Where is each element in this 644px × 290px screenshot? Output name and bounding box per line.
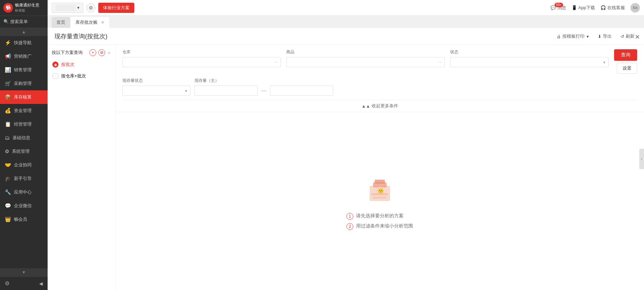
inventory-icon: 📦 (5, 94, 11, 100)
warehouse-label: 仓库 (122, 49, 281, 55)
sidebar-item-finance[interactable]: 💰 资金管理 (0, 104, 48, 117)
page-title: 现存量查询(按批次) (54, 32, 107, 40)
user-avatar[interactable]: Rit (630, 3, 640, 13)
footer-settings-icon[interactable]: ⚙ (5, 280, 10, 287)
dropdown-chevron-icon: ▾ (77, 5, 80, 10)
tab-batch-account[interactable]: 库存批次账 ✕ (71, 17, 109, 28)
scheme-dot: ○ (52, 73, 58, 79)
status-select[interactable]: ▾ (450, 57, 609, 67)
content-area: 按以下方案查询 + ⚙ « ◉ 按批次 ○ 按仓库+批次 (48, 44, 644, 290)
experience-btn[interactable]: 体验行业方案 (98, 3, 134, 13)
filter-top-row: 仓库 ··· 商品 ··· (122, 49, 637, 74)
right-expand-btn[interactable]: › (639, 149, 644, 169)
status-filter-col: 状态 ▾ (450, 49, 609, 74)
warehouse-more-btn[interactable]: ··· (275, 60, 278, 64)
inventory-qty-min-input[interactable] (194, 86, 258, 96)
sidebar-item-operation[interactable]: 📋 经营管理 (0, 117, 48, 131)
sidebar-item-inventory[interactable]: 📦 库存核算 (0, 90, 48, 104)
enterprise-icon: 🤝 (5, 162, 11, 168)
purchase-icon: 🛒 (5, 80, 11, 87)
product-filter-col: 商品 ··· (286, 49, 445, 74)
refresh-btn[interactable]: ↺ 刷新 (618, 32, 637, 41)
panel-collapse-btn[interactable]: « (107, 49, 111, 56)
inventory-qty-max-input[interactable] (270, 86, 333, 96)
marketing-icon: 📢 (5, 53, 11, 59)
online-service-btn[interactable]: 🎧 在线客服 (600, 5, 625, 11)
sidebar-item-basic[interactable]: 🗂 基础信息 (0, 131, 48, 145)
warehouse-text-input[interactable] (125, 60, 273, 65)
scheme-settings-icon: ⚙ (100, 50, 104, 55)
svg-rect-6 (373, 197, 387, 199)
tab-close-icon[interactable]: ✕ (101, 20, 104, 25)
scroll-down-arrow[interactable]: ▼ (0, 268, 48, 276)
inventory-status-label: 现存量状态 (122, 78, 190, 84)
export-btn[interactable]: ⬇ 导出 (595, 32, 614, 41)
close-page-button[interactable]: ✕ (635, 33, 640, 41)
tabbar: 首页 库存批次账 ✕ (48, 16, 644, 28)
search-menu[interactable]: 🔍 搜索菜单 (0, 16, 48, 28)
app-title: 畅康通好生意 (15, 3, 39, 8)
hint-num-1: 1 (346, 213, 353, 220)
collapse-up-icon: ▲▲ (361, 104, 370, 109)
sidebar-item-purchase[interactable]: 🛒 采购管理 (0, 77, 48, 90)
filter-settings-button[interactable]: 设置 (617, 63, 637, 74)
empty-illustration: 😕 (363, 172, 397, 206)
search-menu-label: 搜索菜单 (10, 19, 28, 25)
sales-icon: 📊 (5, 67, 11, 73)
scheme-by-batch[interactable]: ◉ 按批次 (48, 59, 115, 70)
inventory-status-select[interactable]: ▾ (122, 86, 190, 96)
product-input[interactable]: ··· (286, 57, 445, 67)
newbie-icon: 🎓 (5, 176, 11, 182)
status-label: 状态 (450, 49, 609, 55)
refresh-icon: ↺ (621, 34, 624, 39)
print-template-label: 按模板打印 (562, 33, 584, 39)
filter-and-content: 仓库 ··· 商品 ··· (116, 44, 644, 290)
sidebar-item-newbie[interactable]: 🎓 新手引导 (0, 172, 48, 185)
sidebar-item-label: 库存核算 (14, 94, 32, 100)
scheme-active-dot: ◉ (52, 61, 58, 68)
topbar-dropdown[interactable]: ▾ (52, 3, 83, 13)
warehouse-input[interactable]: ··· (122, 57, 281, 67)
sidebar: 畅 畅康通好生意 标准版 🔍 搜索菜单 ▲ ⚡ 快捷导航 📢 营销推广 📊 销售… (0, 0, 48, 290)
product-text-input[interactable] (289, 60, 437, 65)
status-chevron-icon: ▾ (603, 60, 606, 65)
export-label: 导出 (603, 33, 612, 39)
sidebar-item-wechat[interactable]: 💬 企业微信 (0, 199, 48, 213)
bottom-filter-row: 现存量状态 ▾ 现存量（主） — (122, 78, 637, 100)
sidebar-item-enterprise[interactable]: 🤝 企业协同 (0, 158, 48, 172)
footer-collapse-icon[interactable]: ◀ (39, 281, 43, 286)
sidebar-item-app-center[interactable]: 🔧 应用中心 (0, 185, 48, 199)
app-edition: 标准版 (15, 8, 39, 13)
hint-text-1: 请先选择要分析的方案 (356, 213, 404, 219)
message-btn[interactable]: 💬 消息 99+ (550, 5, 566, 11)
wechat-icon: 💬 (5, 203, 11, 209)
print-template-btn[interactable]: 🖨 按模板打印 ▾ (554, 32, 592, 41)
sidebar-item-system[interactable]: ⚙ 系统管理 (0, 145, 48, 158)
tab-home-label: 首页 (56, 20, 65, 25)
inv-status-chevron-icon: ▾ (185, 88, 187, 93)
query-button[interactable]: 查询 (614, 49, 637, 61)
collapse-label: 收起更多条件 (372, 103, 398, 109)
collapse-more-btn[interactable]: ▲▲ 收起更多条件 (122, 100, 637, 112)
product-more-btn[interactable]: ··· (439, 60, 442, 64)
add-scheme-btn[interactable]: + (89, 49, 96, 56)
page-header: 现存量查询(按批次) 🖨 按模板打印 ▾ ⬇ 导出 ↺ 刷新 (48, 28, 644, 44)
scheme-by-warehouse-batch[interactable]: ○ 按仓库+批次 (48, 70, 115, 82)
topbar-left: ▾ ⚙ 体验行业方案 (52, 3, 548, 13)
empty-state: 😕 1 请先选择要分析的方案 2 用过滤条件来缩小分析范围 (116, 112, 644, 290)
scroll-up-arrow[interactable]: ▲ (0, 28, 48, 36)
sidebar-item-sales[interactable]: 📊 销售管理 (0, 63, 48, 77)
hint-num-2: 2 (346, 223, 353, 230)
member-icon: 👑 (5, 216, 11, 222)
topbar: ▾ ⚙ 体验行业方案 💬 消息 99+ 📱 App下载 🎧 在线客服 Rit (48, 0, 644, 16)
app-logo: 畅 (3, 3, 13, 13)
refresh-label: 刷新 (626, 33, 634, 39)
topbar-gear-button[interactable]: ⚙ (86, 3, 96, 13)
sidebar-item-member[interactable]: 👑 畅会员 (0, 213, 48, 226)
sidebar-item-quick-nav[interactable]: ⚡ 快捷导航 (0, 36, 48, 50)
panel-header-actions: + ⚙ « (89, 49, 111, 56)
scheme-settings-btn[interactable]: ⚙ (98, 49, 105, 56)
app-download-btn[interactable]: 📱 App下载 (572, 5, 595, 11)
tab-home[interactable]: 首页 (52, 17, 70, 28)
sidebar-item-marketing[interactable]: 📢 营销推广 (0, 50, 48, 63)
